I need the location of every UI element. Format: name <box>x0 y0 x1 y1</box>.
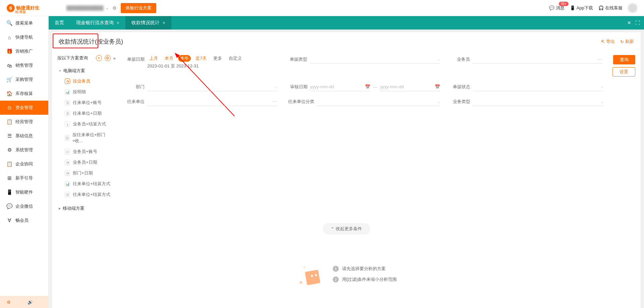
svg-rect-1 <box>305 270 320 285</box>
scheme-item[interactable]: ⊙业务员+账号 <box>55 146 116 157</box>
nav-item[interactable]: 🛒采购管理 <box>0 72 48 87</box>
scheme-item[interactable]: ◔业务员+日期 <box>55 157 116 168</box>
scheme-group-desktop[interactable]: ▼ 电脑端方案 <box>55 66 116 76</box>
select-partner[interactable]: ⋯ <box>147 97 277 106</box>
nav-icon: ⊞ <box>7 175 12 181</box>
scheme-item[interactable]: ☰往来单位+账号 <box>55 97 116 108</box>
nav-item[interactable]: 🎁营销推广 <box>0 44 48 58</box>
scheme-item[interactable]: ⫿业务员+结算方式 <box>55 119 116 130</box>
close-icon[interactable]: ✕ <box>162 21 165 25</box>
scheme-item[interactable]: ◔部门+日期 <box>55 168 116 178</box>
select-doc-type[interactable]: ⌵ <box>310 55 440 64</box>
nav-item[interactable]: 🏠库存核算 <box>0 87 48 101</box>
experience-button[interactable]: 体验行业方案 <box>121 3 156 13</box>
scheme-item[interactable]: ☰往来单位+日期 <box>55 108 116 119</box>
nav-icon: ⊙ <box>7 105 12 110</box>
scheme-icon: 📊 <box>65 89 70 95</box>
nav-label: 智能硬件 <box>15 189 33 195</box>
nav-item[interactable]: ☰基础信息 <box>0 129 48 143</box>
date-tab[interactable]: 更多 <box>211 55 224 62</box>
scheme-item[interactable]: 📊按明细 <box>55 87 116 97</box>
gear-icon[interactable]: ⚙ <box>112 5 117 11</box>
nav-item[interactable]: 💬企业微信 <box>0 199 48 213</box>
export-button[interactable]: ⇱ 导出 <box>601 39 615 45</box>
messages-link[interactable]: 💬 消息 99+ <box>549 5 565 11</box>
nav-icon: 🎁 <box>7 49 12 54</box>
service-link[interactable]: 🎧 在线客服 <box>598 5 623 11</box>
select-salesman[interactable]: ⋯ <box>473 55 602 64</box>
settings-icon[interactable]: ⚙ <box>7 300 11 305</box>
select-doc-status[interactable]: ⌵ <box>473 83 603 91</box>
date-tab[interactable]: 自定义 <box>227 55 244 62</box>
nav-item[interactable]: 📋经营管理 <box>0 115 48 129</box>
label-doc-type: 单据类型 <box>287 55 307 62</box>
gear-icon[interactable]: ⚙ <box>105 55 111 61</box>
close-icon[interactable]: ✕ <box>627 20 631 25</box>
scheme-icon: ☰ <box>65 192 70 197</box>
scheme-icon: ◔ <box>65 170 70 176</box>
avatar[interactable] <box>628 3 637 13</box>
nav-label: 企业协同 <box>15 161 33 167</box>
scheme-item[interactable]: 📊往来单位+结算方式 <box>55 178 116 189</box>
date-tab[interactable]: 上月 <box>147 55 160 62</box>
calendar-icon: 📅 <box>435 84 440 89</box>
nav-icon: ∀ <box>7 218 12 223</box>
scheme-icon: 📊 <box>65 181 70 187</box>
filters-panel: 单据日期 上月本月本年近7天更多自定义 2023-01-01 至 2023-12… <box>119 51 641 221</box>
select-dept[interactable]: ⌵ <box>147 83 277 91</box>
nav-icon: 🛒 <box>7 77 12 82</box>
svg-point-2 <box>311 275 313 277</box>
refresh-icon: ↻ <box>620 39 624 44</box>
nav-item[interactable]: 📱智能硬件 <box>0 185 48 199</box>
tab[interactable]: 现金银行流水查询✕ <box>70 16 125 30</box>
select-partner-cat[interactable]: ⌵ <box>317 97 440 106</box>
tabs-bar: 首页现金银行流水查询✕收款情况统计✕ ✕ ⛶ <box>49 16 644 30</box>
close-icon[interactable]: ✕ <box>116 21 119 25</box>
tab[interactable]: 收款情况统计✕ <box>125 16 171 30</box>
date-to[interactable]: yyyy-mm-dd📅 <box>380 83 440 91</box>
scheme-group-mobile[interactable]: ▶ 移动端方案 <box>55 203 116 213</box>
nav-label: 销售管理 <box>15 62 33 68</box>
date-tab[interactable]: 本月 <box>163 55 175 62</box>
scheme-item[interactable]: ☰往来单位+结算方式 <box>55 189 116 200</box>
nav-label: 经营管理 <box>15 119 33 125</box>
scheme-item[interactable]: ☰按往来单位+部门+收... <box>55 130 116 146</box>
chevron-down-icon: ⌵ <box>601 100 603 103</box>
collapse-conditions[interactable]: ⌃ 收起更多条件 <box>323 223 370 234</box>
tab[interactable]: 首页 <box>49 16 70 30</box>
page-title: 收款情况统计(按业务员) <box>59 38 123 46</box>
sound-icon[interactable]: 🔊 <box>28 300 33 305</box>
add-icon[interactable]: + <box>96 55 102 61</box>
nav-item[interactable]: ⊞新手引导 <box>0 171 48 185</box>
nav-item[interactable]: 🔍搜索菜单 <box>0 16 48 30</box>
nav-item[interactable]: ∀畅会员 <box>0 213 48 227</box>
expand-icon[interactable]: ⛶ <box>635 20 640 25</box>
scheme-icon: ◔ <box>65 160 70 165</box>
more-icon: ⋯ <box>272 99 277 104</box>
download-link[interactable]: 📱 App下载 <box>570 5 593 11</box>
settings-button[interactable]: 设置 <box>612 67 635 76</box>
select-biz-type[interactable]: ⌵ <box>473 97 603 106</box>
scheme-item[interactable]: ◔按业务员 <box>55 76 116 87</box>
nav-label: 基础信息 <box>15 133 33 139</box>
step-2: 2 用[过滤]条件来缩小分析范围 <box>333 276 397 283</box>
refresh-button[interactable]: ↻ 刷新 <box>620 39 634 45</box>
nav-item[interactable]: ⌂快捷导航 <box>0 30 48 44</box>
nav-icon: 💬 <box>7 204 12 209</box>
date-from[interactable]: yyyy-mm-dd📅 <box>310 83 370 91</box>
annotation-box <box>53 34 98 48</box>
nav-icon: 📱 <box>7 190 12 195</box>
nav-item[interactable]: ⚙系统管理 <box>0 143 48 157</box>
collapse-left-icon[interactable]: « <box>113 56 116 61</box>
nav-icon: 🏠 <box>7 91 12 96</box>
nav-item[interactable]: ⊙资金管理 <box>0 101 48 115</box>
company-selector[interactable]: ████████████ ⌄ <box>66 5 108 10</box>
nav-item[interactable]: 🛍销售管理 <box>0 58 48 72</box>
scheme-icon: ⫿ <box>65 121 70 127</box>
date-tab[interactable]: 近7天 <box>194 55 209 62</box>
nav-icon: 🛍 <box>7 63 12 68</box>
date-tab[interactable]: 本年 <box>178 55 191 62</box>
search-button[interactable]: 查询 <box>613 55 635 64</box>
nav-item[interactable]: 📋企业协同 <box>0 157 48 171</box>
logo-icon: 6 <box>7 4 15 12</box>
